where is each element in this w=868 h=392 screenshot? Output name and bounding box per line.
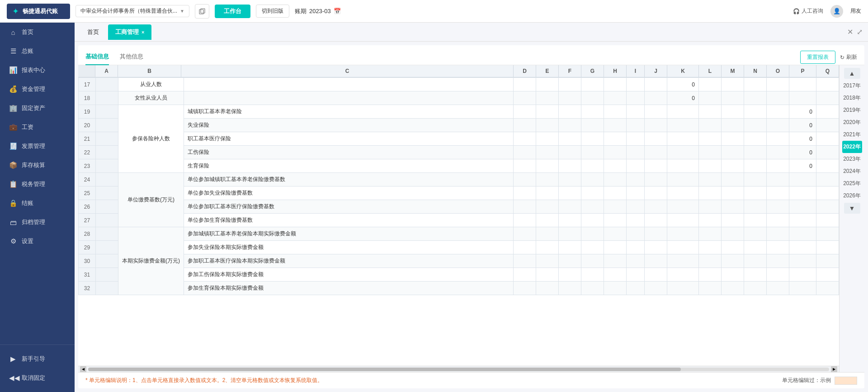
cell-24-f[interactable] — [559, 173, 581, 186]
cell-31-q[interactable] — [816, 268, 839, 282]
cell-20-c[interactable]: 失业保险 — [184, 119, 514, 132]
cell-28-q[interactable] — [816, 227, 839, 241]
cell-30-h[interactable] — [604, 254, 627, 268]
sidebar-item-salary[interactable]: 💼 工资 — [0, 118, 75, 137]
cell-29-i[interactable] — [627, 241, 645, 254]
cell-19-h[interactable] — [604, 105, 627, 119]
cell-29-n[interactable] — [744, 241, 767, 254]
year-item-2021[interactable]: 2021年 — [842, 129, 862, 141]
cell-18-j[interactable] — [645, 91, 667, 105]
cell-19-j[interactable] — [645, 105, 667, 119]
cell-32-o[interactable] — [767, 282, 789, 295]
tab-home[interactable]: 首页 — [80, 24, 106, 40]
cell-21-c[interactable]: 职工基本医疗保险 — [184, 132, 514, 146]
cell-32-e[interactable] — [536, 282, 559, 295]
cell-18-c[interactable] — [184, 91, 514, 105]
cell-19-o[interactable] — [767, 105, 789, 119]
cell-18-p[interactable] — [789, 91, 816, 105]
cell-26-o[interactable] — [767, 200, 789, 214]
cell-29-e[interactable] — [536, 241, 559, 254]
refresh-button[interactable]: ↻ 刷新 — [840, 53, 857, 61]
cell-26-i[interactable] — [627, 200, 645, 214]
h-scroll-thumb[interactable] — [88, 368, 681, 371]
cell-21-g[interactable] — [581, 132, 604, 146]
tab-close-icon[interactable]: × — [142, 29, 144, 35]
cell-31-f[interactable] — [559, 268, 581, 282]
cell-22-l[interactable] — [699, 146, 722, 159]
year-item-2024[interactable]: 2024年 — [842, 165, 862, 177]
tab-close-button[interactable]: ✕ — [847, 28, 853, 36]
cell-28-d[interactable] — [514, 227, 536, 241]
cell-32-l[interactable] — [699, 282, 722, 295]
cell-23-f[interactable] — [559, 159, 581, 173]
cell-23-g[interactable] — [581, 159, 604, 173]
workbench-button[interactable]: 工作台 — [215, 5, 250, 18]
cell-20-q[interactable] — [816, 119, 839, 132]
cell-31-d[interactable] — [514, 268, 536, 282]
cell-31-p[interactable] — [789, 268, 816, 282]
cell-21-j[interactable] — [645, 132, 667, 146]
cell-17-d[interactable] — [514, 78, 536, 91]
cell-21-p[interactable]: 0 — [789, 132, 816, 146]
sidebar-item-home[interactable]: ⌂ 首页 — [0, 23, 75, 42]
cell-32-p[interactable] — [789, 282, 816, 295]
cell-18-o[interactable] — [767, 91, 789, 105]
cell-23-q[interactable] — [816, 159, 839, 173]
cell-17-e[interactable] — [536, 78, 559, 91]
cell-17-b[interactable]: 从业人数 — [118, 78, 184, 91]
cell-24-d[interactable] — [514, 173, 536, 186]
cell-28-c[interactable]: 参加城镇职工基本养老保险本期实际缴费金额 — [184, 227, 514, 241]
cell-17-p[interactable] — [789, 78, 816, 91]
cell-23-d[interactable] — [514, 159, 536, 173]
cell-29-m[interactable] — [722, 241, 744, 254]
sidebar-item-tax[interactable]: 📋 税务管理 — [0, 175, 75, 194]
cell-24-e[interactable] — [536, 173, 559, 186]
cell-27-c[interactable]: 单位参加生育保险缴费基数 — [184, 214, 514, 227]
cell-30-n[interactable] — [744, 254, 767, 268]
cell-25-i[interactable] — [627, 186, 645, 200]
cell-28-i[interactable] — [627, 227, 645, 241]
cell-19-e[interactable] — [536, 105, 559, 119]
cell-30-m[interactable] — [722, 254, 744, 268]
cell-18-k[interactable]: 0 — [667, 91, 699, 105]
cell-19-g[interactable] — [581, 105, 604, 119]
cell-29-o[interactable] — [767, 241, 789, 254]
cell-25-f[interactable] — [559, 186, 581, 200]
cell-18-l[interactable] — [699, 91, 722, 105]
cell-23-n[interactable] — [744, 159, 767, 173]
cell-17-i[interactable] — [627, 78, 645, 91]
cell-24-l[interactable] — [699, 173, 722, 186]
cell-27-d[interactable] — [514, 214, 536, 227]
cell-17-q[interactable] — [816, 78, 839, 91]
cell-26-g[interactable] — [581, 200, 604, 214]
cell-28-k[interactable] — [667, 227, 699, 241]
cell-19-p[interactable]: 0 — [789, 105, 816, 119]
sub-tab-other[interactable]: 其他信息 — [120, 50, 143, 65]
cell-23-e[interactable] — [536, 159, 559, 173]
cell-17-h[interactable] — [604, 78, 627, 91]
cell-23-l[interactable] — [699, 159, 722, 173]
cell-18-m[interactable] — [722, 91, 744, 105]
cell-18-d[interactable] — [514, 91, 536, 105]
cell-20-n[interactable] — [744, 119, 767, 132]
cell-24-j[interactable] — [645, 173, 667, 186]
cell-26-e[interactable] — [536, 200, 559, 214]
cell-23-p[interactable]: 0 — [789, 159, 816, 173]
year-item-2017[interactable]: 2017年 — [842, 80, 862, 92]
cell-18-e[interactable] — [536, 91, 559, 105]
cell-24-h[interactable] — [604, 173, 627, 186]
cell-25-c[interactable]: 单位参加失业保险缴费基数 — [184, 186, 514, 200]
cell-27-j[interactable] — [645, 214, 667, 227]
cell-20-l[interactable] — [699, 119, 722, 132]
cell-29-f[interactable] — [559, 241, 581, 254]
cell-25-l[interactable] — [699, 186, 722, 200]
cell-20-p[interactable]: 0 — [789, 119, 816, 132]
cell-24-p[interactable] — [789, 173, 816, 186]
cell-26-n[interactable] — [744, 200, 767, 214]
cell-28-j[interactable] — [645, 227, 667, 241]
cell-20-i[interactable] — [627, 119, 645, 132]
sidebar-item-wizard[interactable]: ▶ 新手引导 — [0, 349, 75, 368]
cell-18-h[interactable] — [604, 91, 627, 105]
cell-22-j[interactable] — [645, 146, 667, 159]
calendar-icon[interactable]: 📅 — [334, 8, 341, 14]
